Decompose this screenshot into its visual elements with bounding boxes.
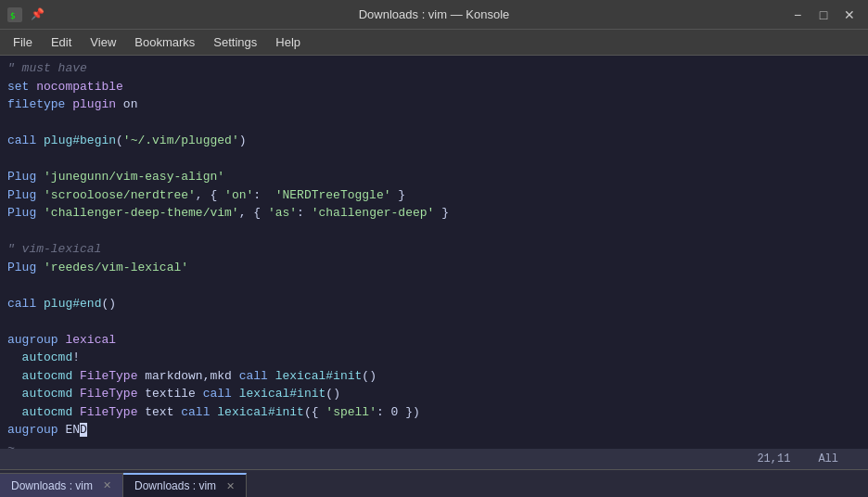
- code-line-6: [7, 150, 861, 169]
- menu-settings[interactable]: Settings: [204, 32, 266, 53]
- close-button[interactable]: ✕: [838, 6, 861, 24]
- menu-edit[interactable]: Edit: [42, 32, 81, 53]
- code-line-11: " vim-lexical: [7, 240, 861, 259]
- code-line-3: filetype plugin on: [7, 96, 861, 114]
- code-line-1: " must have: [7, 59, 861, 78]
- cursor-position: 21,11: [757, 452, 790, 465]
- menu-bookmarks[interactable]: Bookmarks: [125, 32, 204, 53]
- code-line-19: autocmd FileType textile call lexical#in…: [7, 385, 861, 403]
- title-bar: $ 📌 Downloads : vim — Konsole − □ ✕: [0, 0, 868, 30]
- code-line-5: call plug#begin('~/.vim/plugged'): [7, 132, 861, 150]
- code-line-18: autocmd FileType markdown,mkd call lexic…: [7, 367, 861, 386]
- minimize-button[interactable]: −: [786, 6, 809, 24]
- code-line-9: Plug 'challenger-deep-theme/vim', { 'as'…: [7, 204, 861, 223]
- code-line-12: Plug 'reedes/vim-lexical': [7, 259, 861, 277]
- code-line-17: autocmd!: [7, 349, 861, 367]
- code-line-15: [7, 312, 861, 331]
- vim-status-bar: 21,11 All: [0, 449, 868, 469]
- tab-2-label: Downloads : vim: [134, 479, 216, 492]
- tab-1-close[interactable]: ✕: [100, 479, 113, 492]
- menu-file[interactable]: File: [4, 32, 42, 53]
- code-line-14: call plug#end(): [7, 295, 861, 313]
- code-line-10: [7, 223, 861, 241]
- code-line-13: [7, 276, 861, 295]
- code-line-2: set nocompatible: [7, 78, 861, 96]
- code-area[interactable]: " must have set nocompatible filetype pl…: [0, 56, 868, 469]
- tab-1[interactable]: Downloads : vim ✕: [0, 473, 123, 497]
- svg-text:$: $: [10, 11, 15, 20]
- code-line-22: ~: [7, 440, 861, 450]
- tab-2[interactable]: Downloads : vim ✕: [123, 473, 247, 497]
- title-bar-left: $ 📌: [7, 7, 45, 22]
- menu-bar: File Edit View Bookmarks Settings Help: [0, 30, 868, 56]
- code-line-20: autocmd FileType text call lexical#init(…: [7, 403, 861, 422]
- code-content: " must have set nocompatible filetype pl…: [0, 56, 868, 449]
- maximize-button[interactable]: □: [812, 6, 835, 24]
- code-line-8: Plug 'scrooloose/nerdtree', { 'on': 'NER…: [7, 186, 861, 205]
- menu-help[interactable]: Help: [266, 32, 310, 53]
- window-controls: − □ ✕: [786, 6, 861, 24]
- code-line-21: augroup END: [7, 421, 861, 440]
- tab-2-close[interactable]: ✕: [223, 479, 236, 492]
- code-line-4: [7, 114, 861, 133]
- menu-view[interactable]: View: [81, 32, 125, 53]
- window-title: Downloads : vim — Konsole: [359, 7, 510, 21]
- code-line-7: Plug 'junegunn/vim-easy-align': [7, 168, 861, 186]
- scroll-position: All: [818, 452, 838, 465]
- tab-1-label: Downloads : vim: [11, 479, 93, 492]
- pin-icon: 📌: [30, 7, 45, 22]
- code-line-16: augroup lexical: [7, 331, 861, 350]
- terminal-icon: $: [7, 7, 22, 22]
- tab-bar: Downloads : vim ✕ Downloads : vim ✕: [0, 469, 868, 497]
